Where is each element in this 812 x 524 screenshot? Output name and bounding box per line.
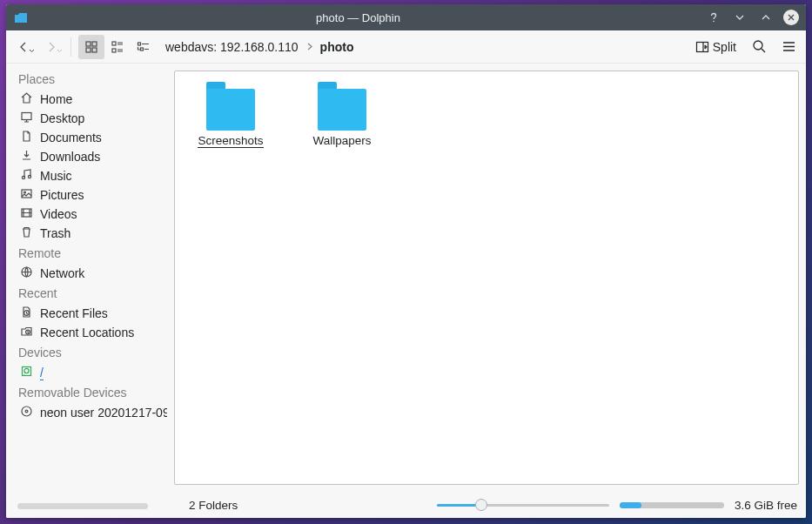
folder-icon	[318, 82, 366, 131]
sidebar-item-label: Downloads	[40, 150, 100, 164]
breadcrumb-current[interactable]: photo	[320, 40, 354, 54]
sidebar-section-title: Recent	[6, 283, 167, 304]
sidebar-item-label: Trash	[40, 226, 70, 240]
sidebar-item-label: /	[40, 366, 44, 380]
compact-view-button[interactable]	[104, 35, 131, 59]
sidebar-section-title: Remote	[6, 243, 167, 264]
sidebar-item-label: Recent Files	[40, 306, 108, 320]
sidebar-item-label: neon user 20201217-09:5	[40, 406, 167, 420]
svg-rect-14	[22, 190, 31, 198]
details-view-button[interactable]	[131, 35, 157, 59]
sidebar-item-label: Documents	[40, 131, 102, 144]
search-button[interactable]	[747, 35, 771, 59]
sidebar-section-title: Devices	[6, 342, 167, 363]
folder-screenshots[interactable]: Screenshots	[178, 78, 283, 151]
maximize-button[interactable]	[757, 9, 775, 26]
svg-rect-6	[112, 49, 116, 52]
back-history-dropdown-icon[interactable]	[29, 42, 35, 57]
file-view[interactable]: ScreenshotsWallpapers	[174, 71, 799, 485]
sidebar-item-label: Network	[40, 266, 84, 280]
back-button[interactable]	[11, 35, 36, 59]
svg-point-22	[23, 373, 24, 374]
sidebar-item-label: Pictures	[40, 188, 84, 202]
desktop-icon	[20, 111, 33, 126]
svg-rect-7	[138, 43, 141, 45]
places-panel[interactable]: PlacesHomeDesktopDocumentsDownloadsMusic…	[6, 64, 167, 492]
dolphin-window: photo — Dolphin	[6, 4, 806, 518]
svg-point-0	[713, 21, 715, 23]
video-icon	[20, 206, 33, 222]
view-mode-group	[78, 35, 157, 59]
sidebar-item-label: Home	[40, 92, 72, 106]
svg-rect-5	[112, 42, 116, 45]
zoom-slider-thumb[interactable]	[475, 499, 487, 511]
svg-point-13	[28, 175, 30, 178]
sidebar-item-label: Music	[40, 169, 72, 183]
folder-wallpapers[interactable]: Wallpapers	[290, 78, 394, 151]
svg-point-23	[22, 406, 31, 416]
sidebar-item-documents[interactable]: Documents	[6, 128, 167, 147]
split-view-label: Split	[713, 40, 736, 54]
picture-icon	[20, 187, 33, 203]
hamburger-menu-button[interactable]	[776, 35, 801, 59]
chevron-right-icon	[305, 40, 313, 54]
minimize-button[interactable]	[731, 9, 748, 26]
sidebar-item-home[interactable]: Home	[6, 90, 167, 109]
folder-label: Wallpapers	[312, 134, 371, 147]
window-title: photo — Dolphin	[34, 11, 700, 24]
free-space-label: 3.6 GiB free	[735, 499, 797, 512]
trash-icon	[20, 225, 33, 241]
optical-icon	[20, 405, 33, 420]
breadcrumb: webdavs: 192.168.0.110 photo	[160, 40, 687, 54]
svg-point-21	[24, 368, 29, 373]
sidebar-item-neon-user-20201217-09-5[interactable]: neon user 20201217-09:5	[6, 403, 167, 422]
zoom-slider[interactable]	[437, 499, 609, 511]
home-icon	[20, 91, 33, 107]
titlebar-buttons	[705, 9, 799, 26]
sidebar-item-desktop[interactable]: Desktop	[6, 109, 167, 128]
sidebar-item-music[interactable]: Music	[6, 166, 167, 185]
toolbar-right: Split	[690, 35, 801, 59]
breadcrumb-root[interactable]: webdavs: 192.168.0.110	[165, 40, 299, 54]
sidebar-item-recent-locations[interactable]: Recent Locations	[6, 323, 167, 342]
svg-rect-4	[92, 48, 97, 52]
sidebar-section-title: Removable Devices	[6, 382, 167, 403]
sidebar-item-label: Desktop	[40, 111, 84, 125]
recent-locations-icon	[20, 325, 33, 340]
download-icon	[20, 149, 33, 165]
svg-point-24	[25, 410, 28, 413]
toolbar: webdavs: 192.168.0.110 photo Split	[6, 30, 806, 64]
sidebar-item-trash[interactable]: Trash	[6, 224, 167, 243]
close-button[interactable]	[783, 10, 799, 25]
sidebar-scrollbar[interactable]	[17, 503, 148, 509]
dolphin-app-icon	[13, 10, 29, 25]
icons-view-button[interactable]	[78, 35, 104, 59]
toolbar-separator	[70, 37, 71, 57]
help-button[interactable]	[705, 9, 722, 26]
music-icon	[20, 168, 33, 184]
sidebar-item-videos[interactable]: Videos	[6, 205, 167, 224]
disk-usage-bar	[620, 502, 724, 508]
split-view-button[interactable]: Split	[690, 35, 742, 59]
forward-history-dropdown-icon[interactable]	[57, 42, 63, 57]
sidebar-item-label: Recent Locations	[40, 326, 134, 339]
svg-point-10	[754, 41, 762, 50]
sidebar-section-title: Places	[6, 69, 167, 90]
sidebar-item-network[interactable]: Network	[6, 264, 167, 283]
document-icon	[20, 130, 33, 145]
forward-button[interactable]	[39, 35, 64, 59]
folder-label: Screenshots	[198, 134, 263, 148]
sidebar-item-pictures[interactable]: Pictures	[6, 185, 167, 205]
svg-rect-8	[141, 48, 144, 50]
sidebar-item-downloads[interactable]: Downloads	[6, 147, 167, 166]
sidebar-item-recent-files[interactable]: Recent Files	[6, 304, 167, 323]
svg-rect-1	[86, 42, 91, 46]
svg-point-15	[24, 191, 26, 193]
svg-rect-11	[22, 113, 31, 120]
svg-point-12	[22, 176, 24, 178]
main-area: PlacesHomeDesktopDocumentsDownloadsMusic…	[6, 64, 806, 492]
network-icon	[20, 265, 33, 281]
svg-rect-2	[92, 42, 97, 46]
file-view-wrap: ScreenshotsWallpapers	[167, 64, 806, 492]
sidebar-item--[interactable]: /	[6, 363, 167, 382]
